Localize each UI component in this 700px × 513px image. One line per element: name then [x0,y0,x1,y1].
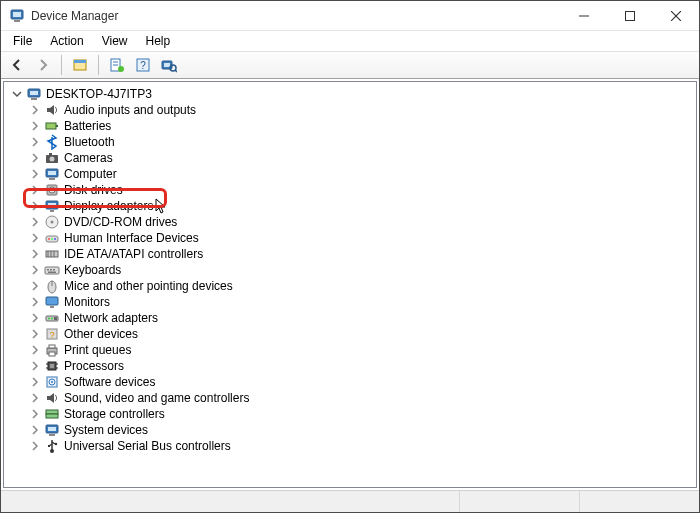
window-controls [561,1,699,30]
tree-category[interactable]: System devices [6,422,694,438]
chevron-right-icon[interactable] [28,183,42,197]
tree-category[interactable]: Audio inputs and outputs [6,102,694,118]
svg-point-38 [48,238,50,240]
tree-category[interactable]: Network adapters [6,310,694,326]
svg-rect-48 [53,269,55,271]
show-hidden-button[interactable] [68,53,92,77]
maximize-button[interactable] [607,1,653,30]
chevron-right-icon[interactable] [28,375,42,389]
tree-category-label: Display adapters [64,199,153,213]
tree-category[interactable]: Sound, video and game controllers [6,390,694,406]
tree-category[interactable]: Keyboards [6,262,694,278]
chevron-right-icon[interactable] [28,263,42,277]
tree-category[interactable]: Computer [6,166,694,182]
ide-icon [44,246,60,262]
menu-help[interactable]: Help [138,32,179,50]
cpu-icon [44,358,60,374]
statusbar [1,490,699,512]
chevron-right-icon[interactable] [28,423,42,437]
svg-point-36 [51,221,54,224]
back-button[interactable] [5,53,29,77]
chevron-right-icon[interactable] [28,247,42,261]
mouse-cursor-icon [153,196,167,217]
camera-icon [44,150,60,166]
device-tree[interactable]: DESKTOP-4J7ITP3 Audio inputs and outputs… [3,81,697,488]
svg-rect-76 [49,434,55,436]
toolbar: ? [1,51,699,79]
tree-category-label: Sound, video and game controllers [64,391,249,405]
svg-rect-62 [49,352,55,356]
chevron-right-icon[interactable] [28,119,42,133]
chevron-right-icon[interactable] [28,215,42,229]
svg-point-39 [51,238,53,240]
status-cell [1,491,459,512]
svg-rect-1 [13,12,21,17]
tree-category[interactable]: Bluetooth [6,134,694,150]
tree-category[interactable]: Processors [6,358,694,374]
back-icon [10,58,24,72]
tree-category-label: Audio inputs and outputs [64,103,196,117]
tree-root[interactable]: DESKTOP-4J7ITP3 [6,86,694,102]
svg-point-40 [54,238,56,240]
disk-icon [44,182,60,198]
network-icon [44,310,60,326]
chevron-right-icon[interactable] [28,343,42,357]
tree-category-label: Other devices [64,327,138,341]
tree-category-label: Print queues [64,343,131,357]
menubar: File Action View Help [1,31,699,51]
help-button[interactable]: ? [131,53,155,77]
chevron-right-icon[interactable] [28,311,42,325]
tree-category-label: Cameras [64,151,113,165]
properties-icon [109,57,125,73]
tree-category[interactable]: Disk drives [6,182,694,198]
computer-icon [44,166,60,182]
close-button[interactable] [653,1,699,30]
svg-line-18 [175,70,177,72]
menu-action[interactable]: Action [42,32,91,50]
properties-button[interactable] [105,53,129,77]
tree-category[interactable]: Mice and other pointing devices [6,278,694,294]
tree-category[interactable]: Software devices [6,374,694,390]
chevron-right-icon[interactable] [28,439,42,453]
chevron-right-icon[interactable] [28,279,42,293]
chevron-right-icon[interactable] [28,391,42,405]
tree-category[interactable]: Cameras [6,150,694,166]
chevron-right-icon[interactable] [28,295,42,309]
chevron-right-icon[interactable] [28,167,42,181]
tree-category-label: Monitors [64,295,110,309]
chevron-right-icon[interactable] [28,231,42,245]
storage-icon [44,406,60,422]
mouse-icon [44,278,60,294]
minimize-button[interactable] [561,1,607,30]
tree-category[interactable]: Monitors [6,294,694,310]
tree-category[interactable]: DVD/CD-ROM drives [6,214,694,230]
tree-category[interactable]: Display adapters [6,198,694,214]
chevron-right-icon[interactable] [28,407,42,421]
tree-category-label: Network adapters [64,311,158,325]
hid-icon [44,230,60,246]
chevron-right-icon[interactable] [28,151,42,165]
svg-point-12 [118,66,124,72]
tree-category[interactable]: Human Interface Devices [6,230,694,246]
svg-rect-4 [626,11,635,20]
tree-category[interactable]: ?Other devices [6,326,694,342]
chevron-right-icon[interactable] [28,359,42,373]
chevron-right-icon[interactable] [28,327,42,341]
menu-view[interactable]: View [94,32,136,50]
chevron-right-icon[interactable] [28,103,42,117]
tree-category[interactable]: Batteries [6,118,694,134]
tree-category[interactable]: Universal Serial Bus controllers [6,438,694,454]
menu-file[interactable]: File [5,32,40,50]
tree-category-label: Disk drives [64,183,123,197]
forward-button[interactable] [31,53,55,77]
chevron-right-icon[interactable] [28,135,42,149]
tree-category[interactable]: Storage controllers [6,406,694,422]
chevron-down-icon[interactable] [10,87,24,101]
tree-category[interactable]: Print queues [6,342,694,358]
scan-icon [161,57,177,73]
svg-text:?: ? [49,330,54,340]
svg-rect-78 [48,445,50,447]
scan-button[interactable] [157,53,181,77]
chevron-right-icon[interactable] [28,199,42,213]
tree-category[interactable]: IDE ATA/ATAPI controllers [6,246,694,262]
